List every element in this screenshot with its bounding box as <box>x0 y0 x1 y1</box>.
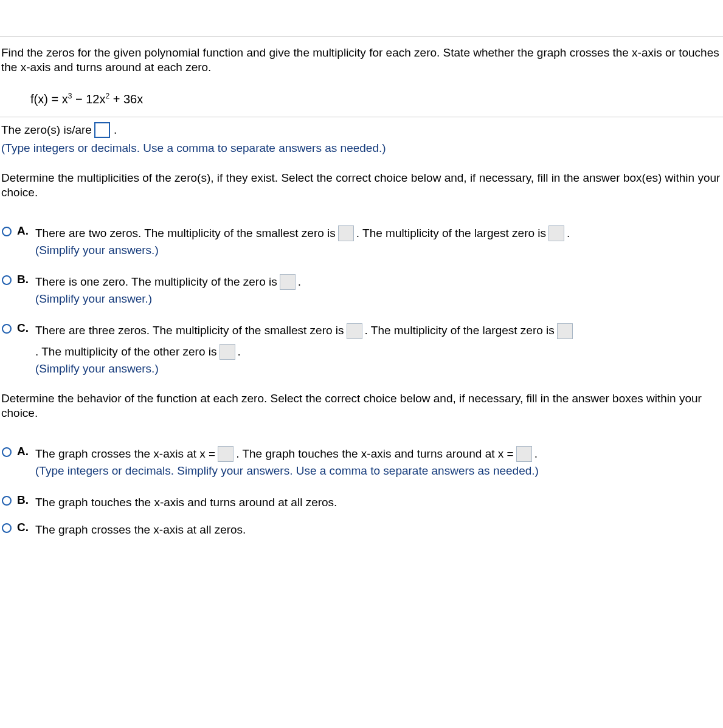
option-letter: A. <box>17 445 30 458</box>
option-letter: A. <box>17 224 30 238</box>
svg-point-1 <box>2 276 11 284</box>
formula-part: f(x) = x <box>30 92 68 105</box>
mult-a-input-2[interactable] <box>548 225 564 241</box>
option-letter: C. <box>17 521 30 534</box>
mult-b-input-1[interactable] <box>280 274 296 290</box>
option-text: . <box>567 224 570 242</box>
mult-c-input-3[interactable] <box>220 344 235 360</box>
svg-point-3 <box>2 448 11 456</box>
radio-mult-a[interactable] <box>1 226 12 237</box>
option-letter: B. <box>17 493 30 507</box>
zeros-label: The zero(s) is/are <box>1 123 92 137</box>
mult-c-input-1[interactable] <box>347 323 362 339</box>
option-letter: C. <box>17 321 30 335</box>
option-text: The graph crosses the x-axis at all zero… <box>35 521 246 539</box>
option-text: . <box>534 445 538 463</box>
option-text: There is one zero. The multiplicity of t… <box>35 273 277 291</box>
option-hint: (Type integers or decimals. Simplify you… <box>35 464 722 478</box>
svg-point-5 <box>2 524 11 532</box>
option-hint: (Simplify your answers.) <box>35 362 722 376</box>
option-text: The graph crosses the x-axis at x = <box>35 445 215 463</box>
radio-mult-c[interactable] <box>1 323 12 334</box>
formula-part: − 12x <box>72 92 105 105</box>
radio-behavior-c[interactable] <box>1 523 12 534</box>
radio-behavior-b[interactable] <box>1 495 12 506</box>
svg-point-0 <box>2 227 11 236</box>
option-text: . The multiplicity of the largest zero i… <box>365 321 555 340</box>
option-text: . The multiplicity of the other zero is <box>35 343 217 361</box>
mult-c-input-2[interactable] <box>557 323 573 339</box>
option-text: . The graph touches the x-axis and turns… <box>236 445 513 463</box>
behavior-a-input-2[interactable] <box>516 446 532 462</box>
svg-point-4 <box>2 496 11 505</box>
option-text: The graph touches the x-axis and turns a… <box>35 493 337 512</box>
multiplicity-prompt: Determine the multiplicities of the zero… <box>1 171 722 200</box>
option-hint: (Simplify your answer.) <box>35 292 722 306</box>
svg-point-2 <box>2 325 11 333</box>
option-text: . <box>298 273 301 291</box>
formula-part: + 36x <box>109 92 143 105</box>
option-text: There are two zeros. The multiplicity of… <box>35 224 336 242</box>
polynomial-formula: f(x) = x3 − 12x2 + 36x <box>30 92 722 106</box>
option-letter: B. <box>17 273 30 286</box>
mult-a-input-1[interactable] <box>338 225 354 241</box>
behavior-prompt: Determine the behavior of the function a… <box>1 391 722 421</box>
question-prompt: Find the zeros for the given polynomial … <box>1 46 722 75</box>
behavior-a-input-1[interactable] <box>218 446 234 462</box>
option-hint: (Simplify your answers.) <box>35 244 722 257</box>
zeros-after: . <box>114 123 117 137</box>
option-text: . The multiplicity of the largest zero i… <box>356 224 546 242</box>
zeros-hint: (Type integers or decimals. Use a comma … <box>1 142 722 155</box>
option-text: . <box>238 343 241 361</box>
radio-mult-b[interactable] <box>1 275 12 286</box>
option-text: There are three zeros. The multiplicity … <box>35 321 344 340</box>
zeros-input[interactable] <box>94 122 110 138</box>
radio-behavior-a[interactable] <box>1 447 12 458</box>
